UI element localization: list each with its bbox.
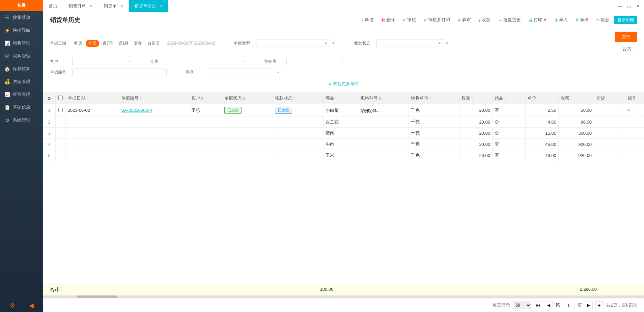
th-customer-label: 客户: [191, 96, 200, 101]
total-info: 共1页，5条记录: [606, 302, 637, 308]
sidebar-item-sales-mgmt[interactable]: 📊 销售管理: [0, 37, 43, 50]
last-page-button[interactable]: ⏭: [595, 301, 604, 309]
cell-price: 15.00: [525, 128, 558, 139]
cell-actions: [620, 139, 644, 150]
salesperson-input[interactable]: [286, 58, 340, 65]
sidebar-item-system-mgmt[interactable]: ⚙ 系统管理: [0, 114, 43, 127]
first-page-button[interactable]: ⏮: [534, 301, 542, 309]
refresh-button[interactable]: ↻ 刷新: [593, 16, 612, 24]
audit-print-button[interactable]: ✔ 审核并打印: [421, 16, 453, 24]
customer-input-wrapper: ···: [72, 58, 132, 65]
th-amount-label: 金额: [561, 96, 569, 101]
doc-number-input[interactable]: [72, 69, 167, 76]
sidebar-collapse-btn[interactable]: ◀: [29, 302, 34, 309]
doc-type-dropdown-icon[interactable]: ▼: [332, 41, 335, 45]
select-all-checkbox[interactable]: [58, 96, 63, 100]
payment-status-input[interactable]: [376, 40, 444, 47]
cell-transaction: [594, 104, 620, 116]
cell-date: 2023-06-02: [65, 104, 119, 116]
date-tab-more[interactable]: 更多: [132, 40, 144, 47]
th-price[interactable]: 单价⇅: [525, 93, 558, 104]
sidebar-item-label: 经营管理: [13, 92, 30, 98]
close-button[interactable]: ✕: [635, 3, 641, 9]
sidebar-item-inventory[interactable]: 🏠 库存核算: [0, 62, 43, 75]
tab-sales-delivery-close[interactable]: ✕: [120, 4, 123, 8]
customer-input[interactable]: [72, 58, 126, 65]
sidebar-item-finance[interactable]: 💰 资金管理: [0, 75, 43, 88]
sidebar-item-operations[interactable]: 📈 经营管理: [0, 88, 43, 101]
setting-button[interactable]: 设置: [617, 45, 637, 54]
th-spec[interactable]: 规格型号⇅: [358, 93, 409, 104]
cell-pay-status: [273, 139, 323, 150]
page-number-input[interactable]: [563, 302, 575, 309]
date-tab-1month[interactable]: 近1月: [116, 40, 131, 47]
row-checkbox[interactable]: [58, 108, 63, 112]
th-gear[interactable]: ⚙: [43, 93, 55, 104]
query-button[interactable]: 查询: [615, 32, 637, 42]
th-gift[interactable]: 赠品⇅: [492, 93, 525, 104]
th-customer[interactable]: 客户⇅: [189, 93, 222, 104]
next-page-button[interactable]: ▶: [585, 301, 593, 309]
th-number[interactable]: 单据编号⇅: [119, 93, 189, 104]
maximize-button[interactable]: □: [626, 3, 632, 9]
th-unit-sort-icon: ⇅: [429, 97, 432, 100]
display-detail-button[interactable]: 显示明细: [614, 16, 637, 24]
new-label: 新增: [365, 17, 373, 23]
cell-number: [119, 150, 189, 161]
date-tab-today[interactable]: 今天: [86, 40, 99, 47]
export-button[interactable]: ⬇ 导出: [572, 16, 591, 24]
sidebar-item-basic-info[interactable]: 📋 基础信息: [0, 101, 43, 114]
doc-number-link[interactable]: SA-20230602-0: [121, 108, 152, 113]
delete-button[interactable]: 🗑 删除: [378, 16, 398, 24]
tab-sales-history[interactable]: 销货单历史 ✕: [129, 0, 168, 12]
tab-sales-order-close[interactable]: ✕: [89, 4, 92, 8]
th-date[interactable]: 单据日期⇅: [65, 93, 119, 104]
th-pay-status-label: 收款状态: [275, 96, 292, 101]
date-tab-7days[interactable]: 近7天: [101, 40, 115, 47]
th-qty[interactable]: 数量⇅: [459, 93, 493, 104]
table-body: 12023-06-02SA-20230602-0王总已生效已收款小白菜tyjyj…: [43, 104, 644, 161]
th-doc-status[interactable]: 单据状态⇅: [222, 93, 273, 104]
sidebar-settings-btn[interactable]: ⚙: [10, 302, 15, 309]
tab-sales-history-close[interactable]: ✕: [160, 4, 163, 8]
salesperson-dots[interactable]: ···: [342, 59, 346, 64]
tab-sales-delivery[interactable]: 销货单 ✕: [98, 0, 129, 12]
batch-change-button[interactable]: ↔ 批量变更: [495, 16, 524, 24]
per-page-select[interactable]: 50 100 200: [513, 302, 531, 309]
finance-icon: 💰: [4, 79, 10, 84]
abandon-button[interactable]: ✗ 弃审: [455, 16, 474, 24]
collapse-button[interactable]: ∧ 收起更多条件: [50, 79, 637, 88]
product-input[interactable]: [208, 69, 275, 76]
th-pay-status[interactable]: 收款状态⇅: [273, 93, 323, 104]
minimize-button[interactable]: —: [616, 3, 624, 9]
scrollbar-thumb[interactable]: [77, 295, 117, 298]
th-check[interactable]: [55, 93, 65, 104]
sidebar-item-quick-nav[interactable]: ⚡ 快捷导航: [0, 24, 43, 37]
th-unit[interactable]: 销售单位⇅: [409, 93, 459, 104]
batch-change-label: 批量变更: [503, 17, 521, 23]
th-product[interactable]: 商品⇅: [323, 93, 358, 104]
table-container: ⚙ 单据日期⇅ 单据编号⇅ 客户⇅ 单据状态⇅ 收款状态⇅ 商品⇅ 规格型号⇅ …: [43, 93, 644, 284]
print-button[interactable]: 🖨 打印 ▼: [526, 16, 550, 24]
new-button[interactable]: + 新增: [358, 16, 376, 24]
import-button[interactable]: ⬆ 导入: [552, 16, 570, 24]
warehouse-input[interactable]: [173, 58, 240, 65]
audit-button[interactable]: ✔ 审核: [400, 16, 419, 24]
doc-type-input[interactable]: [256, 40, 330, 47]
date-tab-yesterday[interactable]: 昨天: [72, 40, 84, 47]
more-action-button[interactable]: ⋮: [632, 108, 636, 113]
date-tab-custom[interactable]: 自定义: [145, 40, 162, 47]
horizontal-scrollbar[interactable]: [43, 295, 644, 298]
collect-button[interactable]: ¥ 收款: [476, 16, 493, 24]
cell-doc-status: [222, 116, 273, 128]
payment-status-dropdown-icon[interactable]: ▼: [445, 41, 449, 45]
product-dots[interactable]: ···: [277, 70, 281, 75]
prev-page-button[interactable]: ◀: [545, 301, 553, 309]
warehouse-dots[interactable]: ···: [242, 59, 246, 64]
sidebar-item-search-menu[interactable]: ☰ 搜索菜单: [0, 11, 43, 24]
customer-dots[interactable]: ···: [128, 59, 132, 64]
tab-sales-order[interactable]: 销售订单 ✕: [63, 0, 98, 12]
edit-action-button[interactable]: ✎: [627, 108, 631, 113]
sidebar-item-purchase-mgmt[interactable]: 🛒 采购管理: [0, 50, 43, 62]
tab-home[interactable]: 首页: [43, 0, 63, 12]
